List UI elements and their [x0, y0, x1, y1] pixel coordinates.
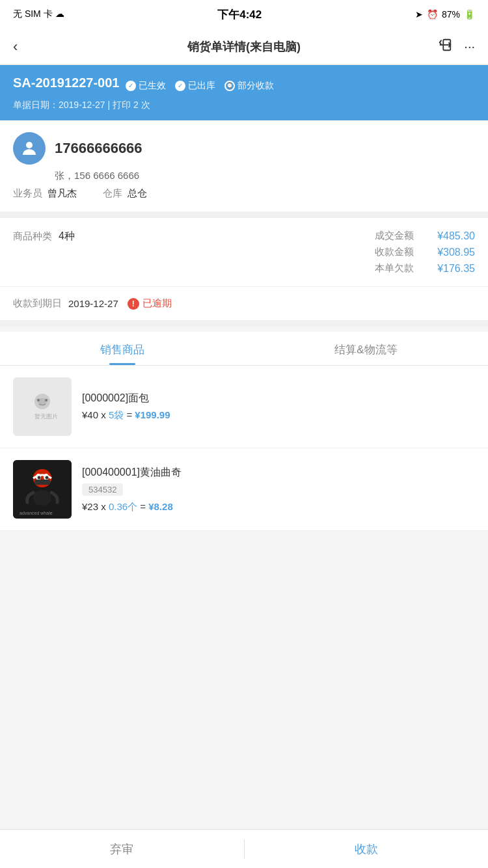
svg-rect-10 [13, 460, 72, 519]
product-price-1: ¥40 x 5袋 = ¥199.99 [82, 409, 475, 422]
collect-payment-button[interactable]: 收款 [245, 830, 489, 868]
overdue-text: 已逾期 [142, 297, 172, 310]
product-type-label: 商品种类 [13, 230, 52, 243]
clock-icon: ⌚ [224, 81, 235, 91]
svg-point-15 [38, 476, 41, 480]
status-time: 下午4:42 [217, 7, 262, 22]
badge-effective: ✓ 已生效 [126, 80, 166, 92]
customer-section: 17666666666 张，156 6666 6666 业务员 曾凡杰 仓库 总… [0, 120, 488, 211]
product-item-1: 暂无图片 [0000002]面包 ¥40 x 5袋 = ¥199.99 [0, 366, 488, 448]
product-name-1: [0000002]面包 [82, 392, 475, 405]
status-right: ➤ ⏰ 87% 🔋 [415, 9, 475, 20]
product-thumb-1: 暂无图片 [13, 377, 72, 436]
warehouse-label: 仓库 [103, 187, 122, 200]
svg-point-7 [38, 400, 39, 401]
divider-1 [0, 211, 488, 218]
due-date-section: 收款到期日 2019-12-27 ! 已逾期 [0, 286, 488, 320]
debt-label: 本单欠款 [375, 262, 414, 275]
customer-name: 张，156 6666 6666 [55, 170, 475, 182]
received-value: ¥308.95 [423, 247, 475, 258]
tabs-section: 销售商品 结算&物流等 [0, 332, 488, 366]
svg-point-8 [46, 400, 47, 401]
check-icon: ✓ [126, 81, 136, 91]
order-id: SA-20191227-001 [13, 75, 119, 90]
amount-label: 成交金额 [375, 230, 414, 242]
sales-value: 曾凡杰 [47, 187, 77, 200]
customer-meta: 业务员 曾凡杰 仓库 总仓 [13, 187, 475, 200]
product-qty-1: 5袋 [109, 409, 124, 420]
warehouse-value: 总仓 [128, 187, 147, 200]
bottom-bar: 弃审 收款 [0, 829, 488, 868]
product-qty-2: 0.36个 [109, 501, 137, 512]
alarm-icon: ⏰ [427, 9, 438, 20]
order-date: 单据日期：2019-12-27 | 打印 2 次 [13, 100, 475, 111]
svg-point-2 [26, 142, 33, 148]
debt-item: 本单欠款 ¥176.35 [375, 262, 475, 275]
share-icon[interactable] [438, 38, 452, 55]
svg-text:暂无图片: 暂无图片 [34, 413, 58, 420]
more-icon[interactable]: ··· [464, 39, 475, 54]
due-label: 收款到期日 [13, 297, 62, 310]
product-type-value: 4种 [59, 230, 75, 243]
summary-left: 商品种类 4种 [13, 230, 75, 243]
battery-level: 87% [442, 9, 460, 20]
summary-section: 商品种类 4种 成交金额 ¥485.30 收款金额 ¥308.95 本单欠款 ¥… [0, 218, 488, 286]
svg-point-18 [33, 490, 51, 506]
sales-label: 业务员 [13, 187, 42, 200]
badge-shipped: ✓ 已出库 [175, 80, 215, 92]
due-date: 2019-12-27 [68, 298, 118, 309]
product-list: 暂无图片 [0000002]面包 ¥40 x 5袋 = ¥199.99 [0, 366, 488, 531]
svg-point-16 [46, 476, 49, 480]
status-left: 无 SIM 卡 ☁ [13, 8, 64, 20]
nav-right-actions: ··· [438, 38, 475, 55]
product-total-2: ¥8.28 [148, 501, 173, 512]
page-title: 销货单详情(来自电脑) [187, 39, 301, 55]
order-header: SA-20191227-001 ✓ 已生效 ✓ 已出库 ⌚ 部分收款 单据日期：… [0, 65, 488, 120]
battery-icon: 🔋 [464, 9, 475, 20]
product-thumb-2: advanced whale [13, 460, 72, 519]
amount-value: ¥485.30 [423, 230, 475, 242]
customer-phone: 17666666666 [55, 140, 142, 157]
product-item-2: advanced whale [000400001]黄油曲奇 534532 ¥2… [0, 448, 488, 531]
back-button[interactable]: ‹ [13, 38, 24, 55]
check-icon-2: ✓ [175, 81, 185, 91]
svg-text:advanced whale: advanced whale [20, 511, 53, 515]
debt-value: ¥176.35 [423, 263, 475, 275]
tab-settlement[interactable]: 结算&物流等 [244, 332, 488, 365]
status-bar: 无 SIM 卡 ☁ 下午4:42 ➤ ⏰ 87% 🔋 [0, 0, 488, 29]
overdue-icon: ! [128, 298, 139, 310]
customer-avatar [13, 132, 46, 165]
summary-row: 商品种类 4种 成交金额 ¥485.30 收款金额 ¥308.95 本单欠款 ¥… [13, 230, 475, 275]
overdue-badge: ! 已逾期 [128, 297, 172, 310]
received-label: 收款金额 [375, 246, 414, 258]
badge-partial-payment: ⌚ 部分收款 [224, 80, 274, 92]
summary-right: 成交金额 ¥485.30 收款金额 ¥308.95 本单欠款 ¥176.35 [375, 230, 475, 275]
customer-row: 17666666666 [13, 132, 475, 165]
received-item: 收款金额 ¥308.95 [375, 246, 475, 258]
product-sku-2: 534532 [82, 483, 123, 496]
tab-sales-products[interactable]: 销售商品 [0, 332, 244, 365]
product-name-2: [000400001]黄油曲奇 [82, 466, 475, 480]
product-info-2: [000400001]黄油曲奇 534532 ¥23 x 0.36个 = ¥8.… [82, 466, 475, 513]
warehouse-item: 仓库 总仓 [103, 187, 147, 200]
amount-item: 成交金额 ¥485.30 [375, 230, 475, 242]
sales-item: 业务员 曾凡杰 [13, 187, 77, 200]
cancel-review-button[interactable]: 弃审 [0, 830, 244, 868]
order-badges: ✓ 已生效 ✓ 已出库 ⌚ 部分收款 [126, 80, 274, 92]
product-total-1: ¥199.99 [135, 409, 170, 420]
product-price-2: ¥23 x 0.36个 = ¥8.28 [82, 501, 475, 513]
tabs-row: 销售商品 结算&物流等 [0, 332, 488, 366]
nav-bar: ‹ 销货单详情(来自电脑) ··· [0, 29, 488, 65]
product-info-1: [0000002]面包 ¥40 x 5袋 = ¥199.99 [82, 392, 475, 422]
svg-rect-17 [34, 480, 50, 485]
divider-2 [0, 320, 488, 327]
location-icon: ➤ [415, 9, 423, 20]
